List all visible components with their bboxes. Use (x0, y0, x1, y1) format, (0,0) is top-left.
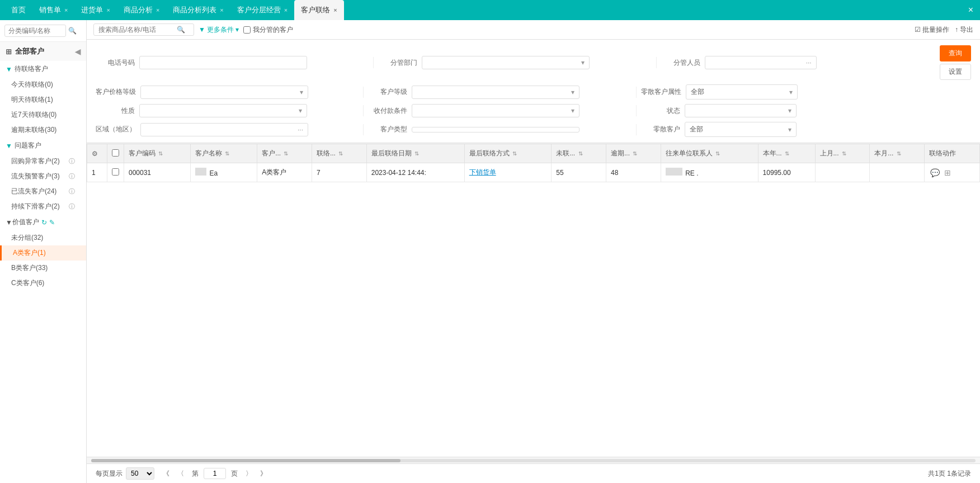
nav-home[interactable]: 首页 (4, 0, 32, 20)
page-label: 第 (189, 468, 201, 480)
department-select[interactable]: ▾ (422, 56, 590, 69)
customer-type-select[interactable] (412, 127, 579, 132)
price-grade-chevron: ▾ (300, 88, 303, 96)
sort-last-method[interactable]: ⇅ (512, 150, 517, 157)
phone-input[interactable] (139, 56, 307, 69)
filter-more-btn[interactable]: ▼ 更多条件 ▾ (199, 25, 239, 35)
sort-last-date[interactable]: ⇅ (414, 150, 419, 157)
sidebar-item-overdue[interactable]: 逾期未联络(30) (0, 122, 86, 138)
first-page-btn[interactable]: 《 (160, 468, 172, 480)
nav-tab-sales[interactable]: 销售单 × (32, 0, 74, 20)
filter-row-2: 客户价格等级 ▾ 客户等级 ▾ 零散客户属性 (96, 84, 971, 100)
sort-this-month[interactable]: ⇅ (897, 150, 901, 157)
batch-ops-btn[interactable]: ☑ 批量操作 (915, 25, 949, 35)
sort-name[interactable]: ⇅ (225, 150, 229, 157)
close-all-tabs[interactable]: × (968, 5, 973, 15)
arrow-icon3: ▼ (6, 219, 12, 226)
my-customers-checkbox-label[interactable]: 我分管的客户 (243, 25, 293, 35)
nature-select[interactable]: ▾ (139, 104, 307, 117)
sort-unreached[interactable]: ⇅ (578, 150, 583, 157)
th-unreached: 未联... ⇅ (552, 144, 606, 163)
sidebar-all-customers-header[interactable]: ⊞ 全部客户 ◀ (0, 42, 86, 61)
scrollbar-thumb[interactable] (91, 459, 401, 462)
scrollbar-track[interactable] (91, 459, 976, 462)
arrow-icon: ▼ (6, 65, 12, 73)
close-analysis-tab[interactable]: × (156, 7, 159, 13)
nav-tab-analysis-list[interactable]: 商品分析列表 × (166, 0, 230, 20)
payment-select[interactable]: ▾ (412, 104, 579, 117)
th-company-contact: 往来单位联系人 ⇅ (661, 144, 758, 163)
department-chevron: ▾ (581, 59, 585, 67)
last-page-btn[interactable]: 》 (257, 468, 270, 480)
close-purchase-tab[interactable]: × (106, 7, 110, 13)
sort-code[interactable]: ⇅ (158, 150, 163, 157)
prev-page-btn[interactable]: 〈 (175, 468, 187, 480)
status-select[interactable]: ▾ (685, 104, 797, 117)
page-input[interactable] (204, 468, 226, 479)
th-gear[interactable]: ⚙ (87, 144, 107, 163)
person-select[interactable]: ··· (705, 56, 817, 69)
close-customer-mgmt-tab[interactable]: × (284, 7, 288, 13)
collapse-sidebar-icon[interactable]: ◀ (75, 48, 81, 56)
edit-value-icon[interactable]: ✎ (49, 219, 55, 226)
horizontal-scrollbar[interactable] (87, 457, 980, 463)
retail-customer-select[interactable]: 全部 ▾ (685, 122, 797, 137)
row-checkbox[interactable] (112, 168, 119, 176)
sort-contact[interactable]: ⇅ (338, 150, 343, 157)
sidebar-item-tomorrow[interactable]: 明天待联络(1) (0, 92, 86, 107)
settings-btn[interactable]: 设置 (940, 64, 971, 80)
per-page-select[interactable]: 50 100 (126, 467, 154, 480)
price-grade-select[interactable]: ▾ (140, 86, 308, 99)
sidebar-item-churned[interactable]: 已流失客户(24) ⓘ (0, 184, 86, 199)
last-method-link[interactable]: 下销货单 (469, 168, 496, 176)
refresh-value-icon[interactable]: ↻ (41, 219, 47, 226)
nav-tab-purchase[interactable]: 进货单 × (74, 0, 116, 20)
next-page-btn[interactable]: 〉 (243, 468, 255, 480)
sort-ctype[interactable]: ⇅ (284, 150, 288, 157)
retail-attr-label: 零散客户属性 (641, 87, 681, 97)
gear-icon[interactable]: ⚙ (92, 150, 98, 158)
sort-last-month[interactable]: ⇅ (842, 150, 846, 157)
close-analysis-list-tab[interactable]: × (220, 7, 223, 13)
main-search-icon[interactable]: 🔍 (177, 26, 185, 34)
filter-person: 分管人员 ··· (661, 56, 934, 69)
main-search-input[interactable] (98, 26, 177, 34)
td-code: 000031 (124, 163, 191, 182)
nature-label: 性质 (96, 106, 135, 116)
action-chat-icon[interactable]: 💬 (930, 168, 940, 177)
sidebar-search-icon[interactable]: 🔍 (68, 27, 77, 35)
action-qr-icon[interactable]: ⊞ (944, 168, 951, 177)
sidebar-value-customers-section[interactable]: ▼ 价值客户 ↻ ✎ (0, 214, 86, 230)
sidebar-item-repurchase-abnormal[interactable]: 回购异常客户(2) ⓘ (0, 154, 86, 169)
sort-this-year[interactable]: ⇅ (785, 150, 789, 157)
sidebar-item-b-class[interactable]: B类客户(33) (0, 261, 86, 276)
nav-tab-customer-mgmt[interactable]: 客户分层经营 × (230, 0, 294, 20)
nav-tab-customer-contact[interactable]: 客户联络 × (294, 0, 343, 20)
sidebar-item-today[interactable]: 今天待联络(0) (0, 77, 86, 92)
sidebar-item-churn-warning[interactable]: 流失预警客户(3) ⓘ (0, 169, 86, 184)
sidebar-item-unclassified[interactable]: 未分组(32) (0, 230, 86, 245)
customer-grade-select[interactable]: ▾ (412, 86, 579, 99)
export-btn[interactable]: ↑ 导出 (955, 25, 973, 35)
sidebar-item-declining[interactable]: 持续下滑客户(2) ⓘ (0, 199, 86, 214)
select-all-checkbox[interactable] (112, 149, 119, 157)
top-nav: 首页 销售单 × 进货单 × 商品分析 × 商品分析列表 × 客户分层经营 × … (0, 0, 980, 20)
sidebar-problem-customers-section[interactable]: ▼ 问题客户 (0, 138, 86, 154)
th-checkbox[interactable] (107, 144, 124, 163)
query-btn[interactable]: 查询 (940, 45, 971, 61)
sidebar-item-c-class[interactable]: C类客户(6) (0, 276, 86, 291)
region-select[interactable]: ··· (140, 123, 308, 136)
close-sales-tab[interactable]: × (64, 7, 68, 13)
td-row-checkbox[interactable] (107, 163, 124, 182)
nav-tab-analysis[interactable]: 商品分析 × (117, 0, 166, 20)
my-customers-checkbox[interactable] (243, 26, 251, 34)
customer-grade-label: 客户等级 (368, 87, 407, 97)
sidebar-item-a-class[interactable]: A类客户(1) (0, 245, 86, 261)
sort-company-contact[interactable]: ⇅ (715, 150, 720, 157)
sidebar-pending-contact-section[interactable]: ▼ 待联络客户 (0, 61, 86, 77)
close-customer-contact-tab[interactable]: × (333, 7, 337, 13)
retail-attr-select[interactable]: 全部 ▾ (686, 84, 798, 100)
sidebar-item-7days[interactable]: 近7天待联络(0) (0, 107, 86, 122)
sidebar-search-input[interactable] (4, 25, 66, 37)
sort-overdue[interactable]: ⇅ (633, 150, 637, 157)
